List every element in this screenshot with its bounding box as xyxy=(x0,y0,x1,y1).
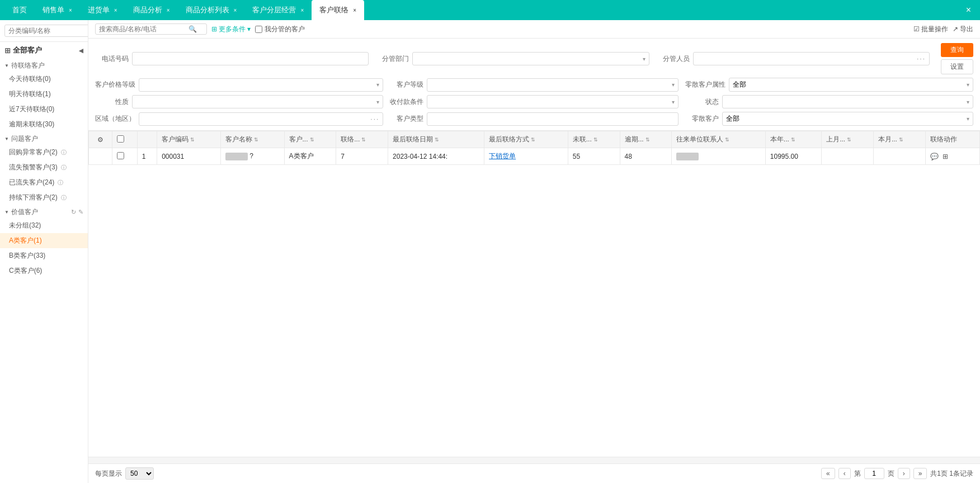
sidebar-item-ungrouped[interactable]: 未分组(32) xyxy=(0,218,88,233)
more-filters-btn[interactable]: ⊞ 更多条件 ▾ xyxy=(211,25,251,34)
footer-left: 每页显示 50 100 200 xyxy=(95,467,154,480)
search-box: 🔍 xyxy=(95,23,207,35)
my-customers-checkbox-label[interactable]: 我分管的客户 xyxy=(255,25,305,34)
export-btn[interactable]: ↗ 导出 xyxy=(953,25,973,34)
toolbar-right: ☑ 批量操作 ↗ 导出 xyxy=(913,25,973,34)
region-input[interactable]: ··· xyxy=(139,112,383,126)
batch-operation-btn[interactable]: ☑ 批量操作 xyxy=(913,25,948,34)
code-col-header[interactable]: 客户编码 ⇅ xyxy=(157,131,221,148)
sidebar-item-today-pending[interactable]: 今天待联络(0) xyxy=(0,72,88,87)
nav-tab-analysis-list[interactable]: 商品分析列表 × xyxy=(178,0,245,20)
sidebar-item-declining[interactable]: 持续下滑客户(2) ⓘ xyxy=(0,190,88,205)
page-number-input[interactable] xyxy=(864,468,884,479)
collapse-sidebar-icon[interactable]: ◀ xyxy=(79,48,83,54)
person-label: 分管人员 xyxy=(656,54,690,64)
page-size-select[interactable]: 50 100 200 xyxy=(125,467,154,480)
close-tab-sales[interactable]: × xyxy=(69,7,72,13)
close-tab-analysis-list[interactable]: × xyxy=(234,7,237,13)
settings-btn[interactable]: 设置 xyxy=(941,59,973,74)
filter-row-4: 区域（地区） ··· 客户类型 零散客户 全部▾ xyxy=(95,112,973,126)
nav-tab-purchase[interactable]: 进货单 × xyxy=(80,0,125,20)
sidebar-item-tomorrow-pending[interactable]: 明天待联络(1) xyxy=(0,87,88,102)
unit-contact-col-header[interactable]: 往来单位联系人 ⇅ xyxy=(672,131,766,148)
value-group-label[interactable]: ▼ 价值客户 ↻ ✎ xyxy=(0,205,88,218)
edit-icon[interactable]: ✎ xyxy=(78,209,83,216)
sidebar-item-a-class[interactable]: A类客户(1) xyxy=(0,233,88,248)
name-col-header[interactable]: 客户名称 ⇅ xyxy=(220,131,284,148)
status-input[interactable]: ▾ xyxy=(722,95,973,108)
this-year-col-header[interactable]: 本年... ⇅ xyxy=(765,131,821,148)
problem-group-label[interactable]: ▼ 问题客户 xyxy=(0,132,88,145)
main-search-icon[interactable]: 🔍 xyxy=(189,25,197,33)
last-contact-method-link[interactable]: 下销货单 xyxy=(489,152,516,160)
phone-input[interactable] xyxy=(132,52,369,65)
last-contact-method-col-header[interactable]: 最后联络方式 ⇅ xyxy=(484,131,568,148)
last-page-btn[interactable]: » xyxy=(913,468,927,479)
row-seq-cell: 1 xyxy=(137,148,157,165)
refresh-icon[interactable]: ↻ xyxy=(71,209,76,216)
sort-icon-contact: ⇅ xyxy=(361,137,366,143)
customer-type-input[interactable] xyxy=(427,112,678,126)
next-page-btn[interactable]: › xyxy=(898,468,910,479)
select-all-checkbox[interactable] xyxy=(117,135,124,143)
sort-icon-overdue: ⇅ xyxy=(646,137,650,143)
customer-level-input[interactable]: ▾ xyxy=(427,78,678,92)
row-checkbox-cell[interactable] xyxy=(112,148,137,165)
data-table: ⚙ 客户编码 ⇅ xyxy=(88,131,980,165)
sidebar-item-b-class[interactable]: B类客户(33) xyxy=(0,248,88,263)
this-month-col-header[interactable]: 本月... ⇅ xyxy=(873,131,925,148)
query-btn[interactable]: 查询 xyxy=(941,43,973,57)
pending-group-label[interactable]: ▼ 待联络客户 xyxy=(0,59,88,72)
row-code-cell: 000031 xyxy=(157,148,221,165)
sidebar-item-7day-pending[interactable]: 近7天待联络(0) xyxy=(0,102,88,117)
contact-action-col-header: 联络动作 xyxy=(925,131,979,148)
retail-customer-input[interactable]: 全部▾ xyxy=(722,112,973,126)
sidebar-search-input[interactable] xyxy=(4,25,88,37)
last-contact-date-col-header[interactable]: 最后联络日期 ⇅ xyxy=(388,131,484,148)
close-all-tabs-btn[interactable]: × xyxy=(962,3,976,17)
prev-page-btn[interactable]: ‹ xyxy=(838,468,851,479)
first-page-btn[interactable]: « xyxy=(821,468,835,479)
sidebar-item-abnormal-repurchase[interactable]: 回购异常客户(2) ⓘ xyxy=(0,145,88,160)
retail-customer-label: 零散客户 xyxy=(685,114,719,124)
horizontal-scrollbar[interactable] xyxy=(88,457,980,463)
overdue-col-header[interactable]: 逾期... ⇅ xyxy=(620,131,672,148)
type-col-header[interactable]: 客户... ⇅ xyxy=(284,131,336,148)
status-field: 状态 ▾ xyxy=(685,95,973,108)
qr-action-icon[interactable]: ⊞ xyxy=(943,153,948,160)
nav-tab-sales[interactable]: 销售单 × xyxy=(35,0,80,20)
close-tab-customer-contact[interactable]: × xyxy=(353,7,356,13)
dept-input[interactable]: ▾ xyxy=(412,52,649,65)
nature-input[interactable]: ▾ xyxy=(132,95,383,108)
main-search-input[interactable] xyxy=(99,25,189,33)
no-contact-col-header[interactable]: 未联... ⇅ xyxy=(568,131,620,148)
sidebar-item-c-class[interactable]: C类客户(6) xyxy=(0,263,88,278)
all-customers-header[interactable]: ⊞ 全部客户 ◀ xyxy=(0,42,88,59)
nav-tab-home[interactable]: 首页 xyxy=(4,0,35,20)
gear-icon: ⚙ xyxy=(97,136,103,144)
settings-col-header[interactable]: ⚙ xyxy=(89,131,112,148)
my-customers-checkbox[interactable] xyxy=(255,26,262,33)
sort-icon-this-year: ⇅ xyxy=(791,137,795,143)
price-level-input[interactable]: ▾ xyxy=(139,78,383,92)
sidebar-item-churn-warning[interactable]: 流失预警客户(3) ⓘ xyxy=(0,160,88,175)
retail-attr-input[interactable]: 全部▾ xyxy=(729,78,973,92)
nav-tab-customer-segment[interactable]: 客户分层经营 × xyxy=(244,0,312,20)
close-tab-purchase[interactable]: × xyxy=(114,7,117,13)
nav-tab-analysis[interactable]: 商品分析 × xyxy=(125,0,178,20)
nav-tab-customer-contact[interactable]: 客户联络 × xyxy=(312,0,364,20)
last-month-col-header[interactable]: 上月... ⇅ xyxy=(822,131,874,148)
close-tab-customer-segment[interactable]: × xyxy=(300,7,304,13)
chat-action-icon[interactable]: 💬 xyxy=(930,153,939,160)
payment-input[interactable]: ▾ xyxy=(427,95,678,108)
close-tab-analysis[interactable]: × xyxy=(167,7,170,13)
sidebar-item-churned[interactable]: 已流失客户(24) ⓘ xyxy=(0,175,88,190)
sort-icon-code: ⇅ xyxy=(190,137,195,143)
row-checkbox[interactable] xyxy=(117,152,124,159)
contact-col-header[interactable]: 联络... ⇅ xyxy=(336,131,388,148)
person-input[interactable]: ··· xyxy=(693,52,930,65)
checkbox-col-header[interactable] xyxy=(112,131,137,148)
data-table-container: ⚙ 客户编码 ⇅ xyxy=(88,131,980,457)
chevron-down-icon: ▾ xyxy=(247,25,251,33)
sidebar-item-overdue-pending[interactable]: 逾期未联络(30) xyxy=(0,117,88,132)
